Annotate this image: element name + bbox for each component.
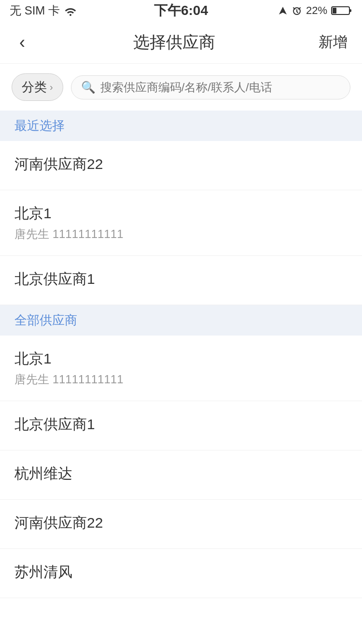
chevron-right-icon: ›: [50, 82, 53, 93]
status-left: 无 SIM 卡: [10, 3, 77, 18]
svg-rect-3: [333, 8, 336, 14]
status-bar: 无 SIM 卡 下午6:04 22%: [0, 0, 362, 21]
list-item[interactable]: 苏州清风: [0, 549, 362, 598]
sections-container: 最近选择河南供应商22北京1唐先生 11111111111北京供应商1全部供应商…: [0, 111, 362, 598]
item-name: 北京供应商1: [14, 269, 348, 289]
wifi-icon: [64, 5, 77, 16]
search-box: 🔍: [71, 75, 350, 99]
item-name: 北京1: [14, 204, 348, 224]
page-title: 选择供应商: [133, 31, 215, 54]
back-button[interactable]: ‹: [14, 28, 30, 57]
sim-status: 无 SIM 卡: [10, 3, 60, 18]
item-name: 北京1: [14, 349, 348, 369]
list-item[interactable]: 北京1唐先生 11111111111: [0, 336, 362, 401]
section-header-all: 全部供应商: [0, 305, 362, 336]
list-item[interactable]: 北京供应商1: [0, 401, 362, 450]
list-item[interactable]: 河南供应商22: [0, 141, 362, 190]
add-button[interactable]: 新增: [319, 32, 348, 52]
filter-row: 分类 › 🔍: [0, 64, 362, 111]
section-header-label-all: 全部供应商: [14, 313, 77, 327]
alarm-icon: [292, 5, 302, 16]
battery-text: 22%: [306, 4, 327, 17]
search-input[interactable]: [100, 81, 340, 94]
section-header-label-recent: 最近选择: [14, 118, 65, 133]
item-name: 苏州清风: [14, 562, 348, 582]
status-time: 下午6:04: [154, 1, 208, 20]
battery-icon: [331, 5, 352, 16]
item-name: 河南供应商22: [14, 513, 348, 533]
category-filter-button[interactable]: 分类 ›: [12, 73, 63, 101]
item-name: 杭州维达: [14, 464, 348, 484]
search-icon: 🔍: [81, 81, 96, 94]
list-item[interactable]: 杭州维达: [0, 450, 362, 500]
item-name: 北京供应商1: [14, 415, 348, 434]
svg-rect-2: [349, 9, 351, 12]
status-right: 22%: [278, 4, 352, 17]
list-item[interactable]: 河南供应商22: [0, 500, 362, 549]
section-header-recent: 最近选择: [0, 111, 362, 141]
nav-bar: ‹ 选择供应商 新增: [0, 21, 362, 64]
item-name: 河南供应商22: [14, 154, 348, 174]
location-icon: [278, 6, 288, 15]
list-item[interactable]: 北京供应商1: [0, 256, 362, 305]
item-sub: 唐先生 11111111111: [14, 372, 348, 387]
item-sub: 唐先生 11111111111: [14, 226, 348, 242]
list-item[interactable]: 北京1唐先生 11111111111: [0, 190, 362, 256]
category-label: 分类: [22, 79, 47, 96]
